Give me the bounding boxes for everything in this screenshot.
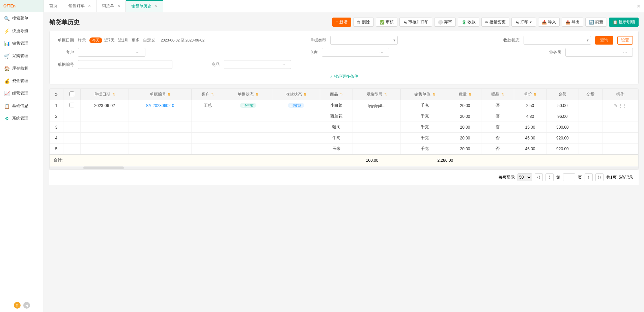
import-button[interactable]: 📥 导入 (538, 18, 560, 27)
sidebar-item-sys-mgmt[interactable]: ⚙ 系统管理 (0, 112, 44, 125)
current-page-input[interactable]: 1 (563, 173, 575, 181)
sort-docno-icon[interactable]: ⇅ (168, 93, 170, 96)
page-title: 销货单历史 (49, 18, 80, 26)
export-button[interactable]: 📤 导出 (562, 18, 583, 27)
sidebar-item-basic-info[interactable]: 📋 基础信息 (0, 100, 44, 112)
sidebar-item-ops-mgmt[interactable]: 📈 经营管理 (0, 87, 44, 100)
batch-change-icon: ✏ (485, 20, 488, 25)
sort-customer-icon[interactable]: ⇅ (211, 93, 214, 96)
customer-input[interactable] (78, 48, 136, 56)
sidebar-collapse-icon[interactable]: ◀ (23, 302, 30, 309)
cell-amount: 300.00 (547, 122, 579, 133)
customer-ellipsis-icon[interactable]: ··· (136, 50, 140, 55)
sidebar-item-search-menu[interactable]: 🔍 搜索菜单 (0, 12, 44, 25)
doc-no-link[interactable]: SA-20230602-0 (146, 103, 174, 108)
goods-input[interactable] (224, 60, 281, 69)
sidebar-settings-icon[interactable]: ⚙ (14, 302, 21, 309)
data-table-container: ⚙ 单据日期 ⇅ 单据编号 ⇅ (49, 88, 639, 170)
show-detail-button[interactable]: 📋 显示明细 (609, 18, 639, 27)
sort-docstatus-icon[interactable]: ⇅ (256, 93, 258, 96)
batch-change-button[interactable]: ✏ 批量变更 (481, 18, 509, 27)
warehouse-input[interactable] (322, 48, 380, 56)
audit-button[interactable]: ✅ 审核 (376, 18, 397, 27)
prev-page-btn[interactable]: ⟨ (545, 173, 554, 181)
tab-sales-history[interactable]: 销货单历史 ✕ (126, 0, 163, 12)
query-button[interactable]: 查询 (595, 36, 613, 45)
salesperson-input[interactable] (566, 48, 623, 56)
date-option-1month[interactable]: 近1月 (118, 37, 129, 43)
th-qty: 数量 ⇅ (449, 89, 481, 100)
cell-price: 15.00 (514, 122, 546, 133)
salesperson-ellipsis-icon[interactable]: ··· (623, 50, 627, 55)
sort-date-icon[interactable]: ⇅ (112, 93, 115, 96)
sidebar-item-finance[interactable]: 💰 资金管理 (0, 75, 44, 87)
tab-sales-goods[interactable]: 销货单 ✕ (96, 0, 126, 12)
collect-button[interactable]: 💲 收款 (458, 18, 479, 27)
sidebar-item-sales-mgmt[interactable]: 📊 销售管理 (0, 37, 44, 50)
cell-docno (129, 133, 191, 144)
th-settings[interactable]: ⚙ (50, 89, 63, 100)
docno-label: 单据编号 (55, 62, 74, 68)
add-button[interactable]: + 新增 (332, 18, 351, 27)
type-input[interactable] (331, 36, 391, 44)
horizontal-scrollbar[interactable] (50, 166, 638, 169)
cell-date (81, 144, 129, 154)
last-page-btn[interactable]: ⟩⟩ (595, 173, 604, 181)
tab-home[interactable]: 首页 (44, 0, 63, 12)
sort-price-icon[interactable]: ⇅ (534, 93, 536, 96)
cell-payment (272, 122, 320, 133)
date-option-today[interactable]: 今天 (89, 37, 102, 43)
sort-goods-icon[interactable]: ⇅ (340, 93, 343, 96)
per-page-select[interactable]: 50 100 200 (517, 173, 532, 181)
settings-btn[interactable]: 设置 (617, 36, 633, 45)
cell-spec (353, 133, 400, 144)
date-option-custom[interactable]: 自定义 (143, 37, 155, 43)
payment-input[interactable] (524, 36, 585, 44)
th-gift: 赠品 ⇅ (481, 89, 514, 100)
close-all-tabs-icon[interactable]: ✕ (637, 3, 641, 9)
select-all-checkbox[interactable] (69, 92, 74, 96)
sidebar-item-inventory[interactable]: 🏠 库存核算 (0, 62, 44, 75)
cell-ops: ✎⋮⋮ (603, 100, 638, 111)
column-settings-icon[interactable]: ⚙ (54, 92, 58, 97)
refresh-button[interactable]: 🔄 刷新 (585, 18, 607, 27)
date-option-7days[interactable]: 近7天 (104, 37, 115, 43)
sidebar-item-quick-nav[interactable]: ⚡ 快捷导航 (0, 25, 44, 37)
next-page-btn[interactable]: ⟩ (585, 173, 593, 181)
sort-gift-icon[interactable]: ⇅ (501, 93, 504, 96)
cell-checkbox (63, 144, 81, 154)
cell-amount: 920.00 (547, 133, 579, 144)
cell-index: 3 (50, 122, 63, 133)
sort-qty-icon[interactable]: ⇅ (469, 93, 471, 96)
cell-ops (603, 111, 638, 122)
search-menu-icon: 🔍 (4, 16, 9, 21)
delete-button[interactable]: 🗑 删除 (353, 18, 374, 27)
collapse-filter-btn[interactable]: ∧ 收起更多条件 (330, 74, 358, 79)
scrollbar-thumb[interactable] (83, 166, 124, 169)
edit-op-icon[interactable]: ✎ (614, 103, 617, 108)
print-button[interactable]: 🖨 打印 ▼ (511, 18, 536, 27)
tab-sales-order[interactable]: 销售订单 ✕ (63, 0, 96, 12)
more-op-icon[interactable]: ⋮⋮ (619, 103, 627, 108)
sidebar-item-purchase-mgmt[interactable]: 🛒 采购管理 (0, 50, 44, 62)
goods-ellipsis-icon[interactable]: ··· (281, 62, 285, 67)
type-dropdown-icon[interactable]: ▼ (391, 38, 397, 42)
warehouse-ellipsis-icon[interactable]: ··· (380, 50, 384, 55)
sort-unit-icon[interactable]: ⇅ (432, 93, 435, 96)
first-page-btn[interactable]: ⟨⟨ (535, 173, 543, 181)
audit-print-button[interactable]: 🖨 审核并打印 (399, 18, 432, 27)
tab-close-sales-goods[interactable]: ✕ (117, 4, 120, 8)
payment-dropdown-icon[interactable]: ▼ (585, 38, 591, 42)
docno-input[interactable] (78, 60, 172, 69)
cell-checkbox (63, 122, 81, 133)
sort-spec-icon[interactable]: ⇅ (384, 93, 387, 96)
cell-customer (191, 144, 224, 154)
tab-close-sales-order[interactable]: ✕ (88, 4, 91, 8)
date-option-more[interactable]: 更多 (132, 37, 140, 43)
row-checkbox[interactable] (69, 103, 74, 107)
delete-icon: 🗑 (357, 20, 361, 25)
tab-close-sales-history[interactable]: ✕ (155, 4, 158, 8)
sort-payment-icon[interactable]: ⇅ (304, 93, 306, 96)
date-option-yesterday[interactable]: 昨天 (78, 37, 86, 43)
abandon-button[interactable]: ⚪ 弃审 (434, 18, 456, 27)
